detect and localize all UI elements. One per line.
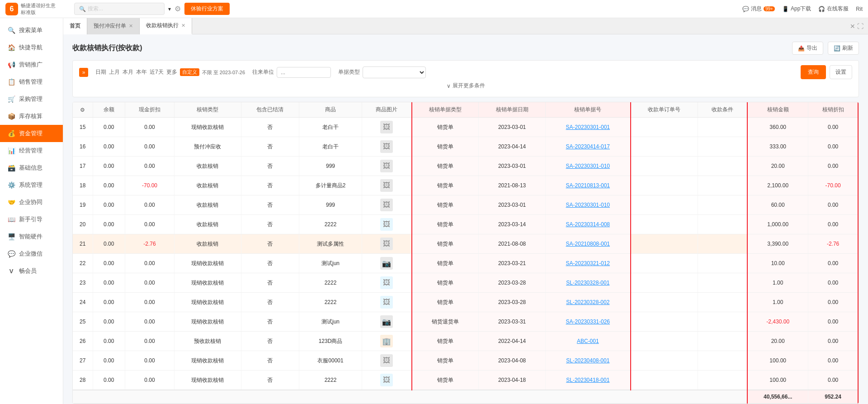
cell-include-settled: 否 (241, 332, 299, 351)
cell-bill-date: 2021-08-13 (479, 176, 545, 195)
tab-fullscreen-icon[interactable]: ⛶ (857, 23, 863, 30)
bill-no-link[interactable]: SA-20230321-012 (566, 260, 610, 266)
date-more[interactable]: 更多 (166, 68, 177, 76)
vip-icon: V (7, 268, 15, 275)
export-icon: 📤 (798, 45, 805, 52)
sidebar-item-hardware[interactable]: 🖥️ 智能硬件 (0, 228, 63, 245)
bill-no-link[interactable]: SL-20230418-001 (566, 377, 609, 383)
settings-icon[interactable]: ⚙ (175, 5, 181, 13)
date-7days[interactable]: 近7天 (150, 68, 164, 76)
product-image: 🖼 (380, 296, 393, 309)
cell-cancel-amount: 360.00 (747, 118, 808, 137)
cell-cancel-discount: 0.00 (808, 118, 858, 137)
tab-collect[interactable]: 收款核销执行 ✕ (140, 18, 192, 34)
message-button[interactable]: 💬 消息 99+ (742, 5, 775, 13)
bill-no-link[interactable]: SA-20230314-008 (566, 221, 610, 228)
refresh-button[interactable]: 🔄 刷新 (828, 42, 859, 55)
export-button[interactable]: 📤 导出 (792, 42, 823, 55)
sidebar-item-quick-nav[interactable]: 🏠 快捷导航 (0, 39, 63, 56)
bill-no-link[interactable]: SA-20210808-001 (566, 241, 610, 247)
tab-collect-close[interactable]: ✕ (181, 23, 185, 29)
online-service-button[interactable]: 🎧 在线客服 (818, 5, 849, 13)
top-bar: 6 畅捷通谐好生意 标准版 🔍 搜索... ▾ ⚙ 休验行业方案 💬 消息 99… (0, 0, 868, 18)
sidebar-item-enterprise[interactable]: 🤝 企业协同 (0, 194, 63, 211)
expand-more-button[interactable]: ∨ 展开更多条件 (79, 79, 852, 92)
cell-balance: 0.00 (93, 137, 125, 157)
product-image: 🖼 (380, 160, 393, 172)
cell-product: 2222 (299, 215, 362, 234)
cell-cancel-discount: 0.00 (808, 157, 858, 176)
cell-product-img: 📷 (362, 254, 412, 273)
sidebar-item-base[interactable]: 🗃️ 基础信息 (0, 159, 63, 176)
tab-home[interactable]: 首页 (63, 18, 87, 34)
cell-bill-date: 2021-08-08 (479, 234, 545, 254)
cell-bill-no: SA-20230414-017 (545, 137, 631, 157)
bill-no-link[interactable]: SL-20230328-002 (566, 299, 609, 305)
cell-collect-condition (698, 293, 747, 312)
cell-bill-no: SA-20230331-026 (545, 312, 631, 332)
cell-include-settled: 否 (241, 234, 299, 254)
cell-product: 老白干 (299, 118, 362, 137)
sidebar-item-system[interactable]: ⚙️ 系统管理 (0, 176, 63, 194)
cell-collect-condition (698, 137, 747, 157)
sidebar-item-guide[interactable]: 📖 新手引导 (0, 211, 63, 228)
table-row: 18 0.00 -70.00 收款核销 否 多计量商品2 🖼 销货单 2021-… (73, 176, 858, 195)
query-button[interactable]: 查询 (801, 65, 826, 79)
sidebar-item-label: 资金管理 (19, 129, 42, 138)
sidebar-item-wechat[interactable]: 💬 企业微信 (0, 245, 63, 262)
sidebar-item-vip[interactable]: V 畅会员 (0, 262, 63, 280)
cell-collect-condition (698, 234, 747, 254)
sidebar-item-label: 采购管理 (19, 95, 42, 103)
cell-id: 24 (73, 293, 93, 312)
user-avatar[interactable]: Rit (856, 6, 863, 12)
tab-prepay[interactable]: 预付冲应付单 ✕ (87, 18, 140, 34)
th-settings[interactable]: ⚙ (73, 102, 93, 118)
sidebar-item-operations[interactable]: 📊 经营管理 (0, 142, 63, 159)
sidebar: 🔍 搜索菜单 🏠 快捷导航 📢 营销推广 📋 销售管理 🛒 采购管理 📦 库存核… (0, 18, 63, 404)
bill-no-link[interactable]: SA-20230331-026 (566, 318, 610, 325)
date-last-month[interactable]: 上月 (109, 68, 120, 76)
bill-type-select[interactable] (363, 67, 426, 78)
th-product: 商品 (299, 102, 362, 118)
unit-label: 往来单位 (252, 68, 274, 76)
app-download-button[interactable]: 📱 App下载 (782, 5, 811, 13)
sidebar-item-label: 企业微信 (19, 250, 42, 258)
bill-no-link[interactable]: SL-20230328-001 (566, 280, 609, 286)
date-this-year[interactable]: 本年 (136, 68, 147, 76)
cell-bill-type: 销货单 (412, 332, 479, 351)
cell-cancel-type: 现销收款核销 (175, 351, 241, 371)
tab-prepay-close[interactable]: ✕ (129, 23, 133, 29)
tab-close-window-icon[interactable]: ✕ (850, 23, 855, 30)
expand-filter-icon[interactable]: » (79, 68, 88, 77)
cell-include-settled: 否 (241, 293, 299, 312)
sidebar-item-label: 快捷导航 (19, 43, 42, 52)
bill-no-link[interactable]: SA-20230301-001 (566, 124, 610, 130)
sidebar-item-sales[interactable]: 📋 销售管理 (0, 73, 63, 90)
bill-no-link[interactable]: SL-20230408-001 (566, 357, 609, 364)
date-custom-tag[interactable]: 自定义 (180, 68, 199, 76)
cell-bill-no: SA-20230314-008 (545, 215, 631, 234)
bill-no-link[interactable]: SA-20230301-010 (566, 163, 610, 169)
search-box[interactable]: 🔍 搜索... (74, 3, 165, 15)
date-this-month[interactable]: 本月 (123, 68, 133, 76)
setting-button[interactable]: 设置 (830, 65, 852, 79)
sidebar-item-finance[interactable]: 💰 资金管理 (0, 125, 63, 142)
industry-solution-button[interactable]: 休验行业方案 (184, 3, 230, 15)
bill-no-link[interactable]: SA-20210813-001 (566, 182, 610, 189)
sales-icon: 📋 (7, 78, 15, 86)
date-range-display: 不限 至 2023-07-26 (202, 69, 245, 76)
unit-input[interactable] (277, 67, 331, 78)
sidebar-item-search[interactable]: 🔍 搜索菜单 (0, 22, 63, 39)
sidebar-item-inventory[interactable]: 📦 库存核算 (0, 108, 63, 125)
bill-no-link[interactable]: SA-20230414-017 (566, 143, 610, 150)
sidebar-item-purchase[interactable]: 🛒 采购管理 (0, 90, 63, 108)
cell-bill-no: SL-20230418-001 (545, 371, 631, 390)
sidebar-item-marketing[interactable]: 📢 营销推广 (0, 56, 63, 73)
cell-product: 测试多属性 (299, 234, 362, 254)
bill-no-link[interactable]: SA-20230301-010 (566, 202, 610, 208)
bill-no-link[interactable]: ABC-001 (577, 338, 599, 344)
logo: 6 畅捷通谐好生意 标准版 (5, 2, 69, 15)
dropdown-icon[interactable]: ▾ (168, 6, 171, 12)
cell-collect-order (631, 273, 698, 293)
cell-cancel-discount: 0.00 (808, 215, 858, 234)
